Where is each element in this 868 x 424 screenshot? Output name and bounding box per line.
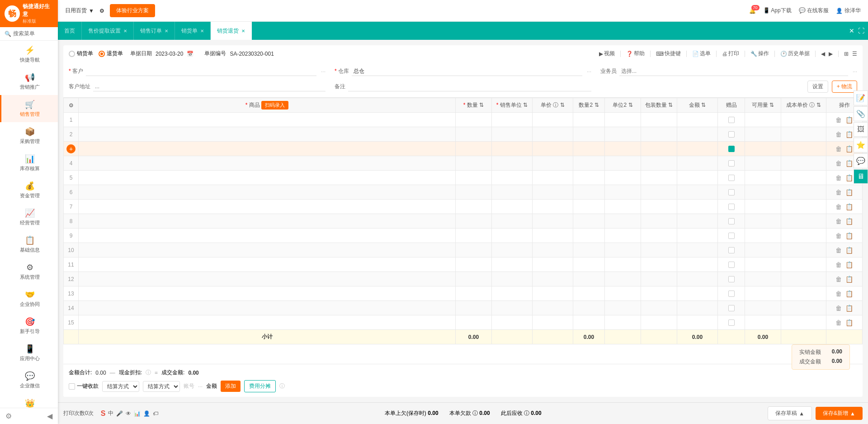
- user-menu[interactable]: 👤 徐泽华: [836, 7, 861, 14]
- salesperson-input[interactable]: [619, 67, 848, 76]
- copy-btn-10[interactable]: 📋: [845, 247, 853, 254]
- sidebar-search[interactable]: 🔍 搜索菜单: [0, 27, 58, 41]
- row-amount-13[interactable]: [677, 286, 718, 301]
- row-qty2-12[interactable]: [573, 272, 605, 286]
- row-avail-15[interactable]: [745, 315, 781, 330]
- sort-icon2[interactable]: ⇅: [523, 102, 528, 108]
- row-pkg-13[interactable]: [641, 286, 677, 301]
- sidebar-item-marketing[interactable]: 📢 营销推广: [0, 68, 58, 95]
- row-pkg-12[interactable]: [641, 272, 677, 286]
- row-price-6[interactable]: [533, 185, 573, 200]
- row-unit-3[interactable]: [492, 142, 533, 156]
- product-input-3[interactable]: [81, 146, 453, 152]
- sidebar-item-newbie[interactable]: 🎯 新手引导: [0, 312, 58, 339]
- tab-sales-delivery[interactable]: 销货单✕: [175, 22, 211, 40]
- row-qty2-4[interactable]: [573, 156, 605, 171]
- grid-view-btn[interactable]: ⊞: [844, 51, 849, 57]
- row-product-4[interactable]: [79, 156, 456, 171]
- gift-cb-2[interactable]: [728, 131, 735, 138]
- row-gift-7[interactable]: [718, 200, 745, 214]
- row-cost-5[interactable]: [781, 171, 826, 185]
- row-pkg-10[interactable]: [641, 243, 677, 257]
- notification-area[interactable]: 🔔 70: [749, 8, 756, 14]
- row-unit2-7[interactable]: [605, 200, 641, 214]
- row-amount-3[interactable]: [677, 142, 718, 156]
- row-price-8[interactable]: [533, 214, 573, 229]
- row-product-14[interactable]: [79, 301, 456, 315]
- row-gift-5[interactable]: [718, 171, 745, 185]
- row-pkg-8[interactable]: [641, 214, 677, 229]
- row-product-7[interactable]: [79, 200, 456, 214]
- row-qty-5[interactable]: [456, 171, 492, 185]
- row-gift-12[interactable]: [718, 272, 745, 286]
- gift-cb-9[interactable]: [728, 233, 735, 239]
- row-amount-8[interactable]: [677, 214, 718, 229]
- row-cost-2[interactable]: [781, 127, 826, 142]
- row-amount-14[interactable]: [677, 301, 718, 315]
- sidebar-item-system-mgmt[interactable]: ⚙ 系统管理: [0, 258, 58, 285]
- row-qty-6[interactable]: [456, 185, 492, 200]
- row-pkg-4[interactable]: [641, 156, 677, 171]
- row-avail-3[interactable]: [745, 142, 781, 156]
- row-unit2-4[interactable]: [605, 156, 641, 171]
- radio-return-bill[interactable]: 退货单: [99, 50, 123, 57]
- sidebar-item-inventory[interactable]: 📊 库存核算: [0, 149, 58, 176]
- row-pkg-7[interactable]: [641, 200, 677, 214]
- row-unit-7[interactable]: [492, 200, 533, 214]
- print-btn[interactable]: 🖨 打印: [722, 50, 739, 57]
- sort-icon5[interactable]: ⇅: [628, 102, 633, 108]
- row-qty-2[interactable]: [456, 127, 492, 142]
- row-qty-10[interactable]: [456, 243, 492, 257]
- row-cost-4[interactable]: [781, 156, 826, 171]
- row-pkg-6[interactable]: [641, 185, 677, 200]
- shortcut-btn[interactable]: ⌨ 快捷键: [656, 50, 681, 57]
- right-tool-msg[interactable]: 💬: [854, 153, 868, 168]
- settings-icon[interactable]: ⚙: [5, 412, 12, 420]
- row-amount-12[interactable]: [677, 272, 718, 286]
- row-gift-4[interactable]: [718, 156, 745, 171]
- row-avail-6[interactable]: [745, 185, 781, 200]
- one-key-payment-cb[interactable]: 一键收款: [69, 382, 99, 390]
- delete-btn-2[interactable]: 🗑: [835, 131, 842, 138]
- row-qty2-14[interactable]: [573, 301, 605, 315]
- row-cost-1[interactable]: [781, 113, 826, 127]
- row-qty-8[interactable]: [456, 214, 492, 229]
- row-price-11[interactable]: [533, 257, 573, 272]
- prev-btn[interactable]: ◀: [821, 51, 825, 57]
- save-new-btn[interactable]: 保存&新增 ▲: [816, 407, 863, 420]
- industry-dropdown[interactable]: 日用百货 ▼: [65, 7, 94, 14]
- delete-btn-11[interactable]: 🗑: [835, 261, 842, 268]
- row-unit2-5[interactable]: [605, 171, 641, 185]
- row-unit-14[interactable]: [492, 301, 533, 315]
- row-gift-9[interactable]: [718, 229, 745, 243]
- sort-icon9[interactable]: ⇅: [816, 102, 821, 108]
- row-product-13[interactable]: [79, 286, 456, 301]
- row-unit-1[interactable]: [492, 113, 533, 127]
- row-avail-8[interactable]: [745, 214, 781, 229]
- row-pkg-2[interactable]: [641, 127, 677, 142]
- row-avail-7[interactable]: [745, 200, 781, 214]
- row-pkg-3[interactable]: [641, 142, 677, 156]
- payment-account-select[interactable]: 结算方式: [143, 381, 180, 392]
- row-amount-6[interactable]: [677, 185, 718, 200]
- row-gift-13[interactable]: [718, 286, 745, 301]
- row-pkg-9[interactable]: [641, 229, 677, 243]
- copy-btn-3[interactable]: 📋: [845, 145, 853, 152]
- row-qty2-5[interactable]: [573, 171, 605, 185]
- row-amount-15[interactable]: [677, 315, 718, 330]
- tab-close-sales-delivery[interactable]: ✕: [200, 29, 204, 33]
- delete-btn-1[interactable]: 🗑: [835, 116, 842, 124]
- row-unit-4[interactable]: [492, 156, 533, 171]
- calendar-icon[interactable]: 📅: [187, 51, 193, 57]
- row-unit2-9[interactable]: [605, 229, 641, 243]
- copy-btn-9[interactable]: 📋: [845, 232, 853, 239]
- row-qty2-13[interactable]: [573, 286, 605, 301]
- row-cost-3[interactable]: [781, 142, 826, 156]
- row-product-9[interactable]: [79, 229, 456, 243]
- collapse-icon[interactable]: ◀: [47, 412, 52, 420]
- row-cost-14[interactable]: [781, 301, 826, 315]
- row-unit2-10[interactable]: [605, 243, 641, 257]
- row-product-10[interactable]: [79, 243, 456, 257]
- row-product-6[interactable]: [79, 185, 456, 200]
- account-dots[interactable]: ···: [198, 383, 203, 390]
